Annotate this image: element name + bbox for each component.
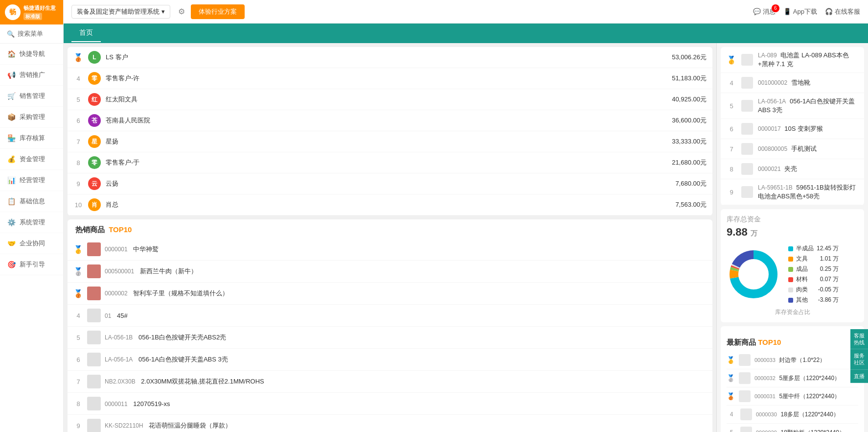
product-code: LA-056-1A bbox=[105, 356, 133, 363]
customer-row[interactable]: 4 零 零售客户-许 51,183.00元 bbox=[68, 68, 712, 89]
hot-product-row[interactable]: 7 NB2.0X30B 2.0X30MM双搓花轴,搓花直径2.1MM/ROHS bbox=[68, 371, 712, 393]
newest-product-row[interactable]: 🥇 0000033 封边带（1.0*22） bbox=[727, 351, 858, 369]
product-thumbnail bbox=[741, 163, 753, 175]
hot-product-row[interactable]: 4 01 45# bbox=[68, 305, 712, 327]
legend-color-dot bbox=[788, 288, 793, 292]
service-community-btn[interactable]: 服务社区 bbox=[850, 349, 868, 370]
product-code: 0000030 bbox=[756, 411, 777, 417]
right-top-product-row[interactable]: 9 LA-59651-1B 59651-1B旋转投影灯电池盒ABS黑色+58壳 bbox=[721, 179, 864, 205]
inventory-title: 库存总资金 bbox=[727, 215, 858, 224]
product-code: 0000032 bbox=[754, 375, 776, 381]
sidebar-item-guide[interactable]: 🎯新手引导 bbox=[0, 254, 63, 275]
online-service-label: 在线客服 bbox=[835, 7, 860, 16]
search-menu[interactable]: 🔍 搜索菜单 bbox=[0, 24, 63, 44]
right-top-product-row[interactable]: 7 000800005 手机测试 bbox=[721, 139, 864, 159]
product-thumbnail bbox=[87, 287, 101, 300]
settings-icon[interactable]: ⚙ bbox=[178, 7, 185, 16]
newest-product-row[interactable]: 5 0000029 18颗粒板（1220*2440） bbox=[727, 424, 858, 432]
base-info-icon: 📋 bbox=[7, 197, 16, 206]
middle-column: 🥇 LA-089 电池盖 LA-089 ABS本色+黑种 7.1 克 4 001… bbox=[716, 43, 868, 432]
product-name: 夹壳 bbox=[784, 165, 797, 172]
hot-product-row[interactable]: 🥇 0000001 中华神鹫 bbox=[68, 239, 712, 261]
hot-product-row[interactable]: 9 KK-SD22110H 花语萌恒温分腿睡袋（厚款） bbox=[68, 415, 712, 432]
customer-row[interactable]: 🥉 L LS 客户 53,006.26元 bbox=[68, 47, 712, 68]
newest-product-row[interactable]: 🥉 0000031 5厘中纤（1220*2440） bbox=[727, 387, 858, 406]
message-icon: 💬 bbox=[753, 8, 761, 15]
rank-number: 9 bbox=[73, 422, 83, 430]
right-top-product-row[interactable]: 6 0000017 10S 变刺罗猴 bbox=[721, 119, 864, 139]
hot-product-row[interactable]: 8 0000011 12070519-xs bbox=[68, 393, 712, 415]
product-thumbnail bbox=[87, 419, 101, 432]
sidebar-item-label: 新手引导 bbox=[20, 260, 45, 269]
legend-color-dot bbox=[788, 246, 793, 251]
trial-button[interactable]: 体验行业方案 bbox=[191, 4, 245, 19]
headset-icon: 🎧 bbox=[825, 8, 833, 15]
legend-label: 肉类 bbox=[796, 286, 815, 294]
hot-products-top-label: TOP10 bbox=[107, 225, 132, 234]
product-name: 新西兰牛肉（新牛） bbox=[140, 267, 197, 275]
topbar-right: 💬 消息 6 📱 App下载 🎧 在线客服 bbox=[753, 7, 860, 16]
float-service: 客服热线 服务社区 直播 bbox=[850, 329, 868, 383]
customer-service-btn[interactable]: 客服热线 bbox=[850, 329, 868, 350]
customer-row[interactable]: 10 肖 肖总 7,563.00元 bbox=[68, 194, 712, 216]
live-btn[interactable]: 直播 bbox=[850, 370, 868, 383]
right-top-product-row[interactable]: 4 001000002 雪地靴 bbox=[721, 73, 864, 93]
sidebar-item-finance[interactable]: 💰资金管理 bbox=[0, 149, 63, 170]
medal-icon: 🥇 bbox=[73, 245, 83, 254]
right-top-product-row[interactable]: 🥇 LA-089 电池盖 LA-089 ABS本色+黑种 7.1 克 bbox=[721, 47, 864, 73]
app-download-button[interactable]: 📱 App下载 bbox=[783, 7, 817, 16]
product-code: KK-SD22110H bbox=[105, 422, 143, 429]
right-top-product-row[interactable]: 5 LA-056-1A 056-1A白色按键开关盖ABS 3壳 bbox=[721, 93, 864, 119]
newest-product-row[interactable]: 🥈 0000032 5厘多层（1220*2440） bbox=[727, 369, 858, 387]
customer-row[interactable]: 9 云 云扬 7,680.00元 bbox=[68, 173, 712, 194]
hot-product-row[interactable]: 🥈 000500001 新西兰牛肉（新牛） bbox=[68, 261, 712, 283]
product-thumbnail bbox=[741, 123, 753, 135]
sidebar-item-purchase[interactable]: 📦采购管理 bbox=[0, 107, 63, 128]
medal-icon: 🥉 bbox=[727, 392, 735, 400]
message-button[interactable]: 💬 消息 6 bbox=[753, 7, 776, 16]
product-info: 0000031 5厘中纤（1220*2440） bbox=[754, 392, 858, 401]
product-info: LA-056-1A 056-1A白色按键开关盖ABS 3壳 bbox=[105, 355, 707, 364]
sidebar-item-label: 资金管理 bbox=[20, 155, 45, 164]
hot-product-row[interactable]: 🥉 0000002 智利车子里（规格不知道填什么） bbox=[68, 283, 712, 305]
rank-number: 8 bbox=[73, 159, 83, 167]
customer-row[interactable]: 5 红 红太阳文具 40,925.00元 bbox=[68, 89, 712, 110]
product-code: LA-056-1B bbox=[105, 334, 133, 341]
customer-amount: 7,563.00元 bbox=[675, 200, 707, 209]
sidebar-item-inventory[interactable]: 🏪库存核算 bbox=[0, 128, 63, 149]
sidebar-item-base-info[interactable]: 📋基础信息 bbox=[0, 191, 63, 212]
product-info: 0000029 18颗粒板（1220*2440） bbox=[756, 429, 858, 432]
online-service-button[interactable]: 🎧 在线客服 bbox=[825, 7, 860, 16]
sidebar-item-system[interactable]: ⚙️系统管理 bbox=[0, 212, 63, 233]
product-thumbnail bbox=[739, 354, 751, 366]
main-area: 装备及固定资产辅助管理系统 ▾ ⚙ 体验行业方案 💬 消息 6 📱 App下载 … bbox=[64, 0, 868, 432]
newest-top-label: TOP10 bbox=[756, 338, 781, 346]
sidebar-item-quick-nav[interactable]: 🏠快捷导航 bbox=[0, 44, 63, 65]
legend-color-dot bbox=[788, 298, 793, 303]
customer-row[interactable]: 6 苍 苍南县人民医院 36,600.00元 bbox=[68, 110, 712, 131]
topbar: 装备及固定资产辅助管理系统 ▾ ⚙ 体验行业方案 💬 消息 6 📱 App下载 … bbox=[64, 0, 868, 24]
sidebar-item-marketing[interactable]: 📢营销推广 bbox=[0, 65, 63, 86]
customer-name: 肖总 bbox=[106, 200, 670, 209]
newest-product-row[interactable]: 4 0000030 18多层（1220*2440） bbox=[727, 406, 858, 424]
product-info: 000800005 手机测试 bbox=[758, 144, 858, 153]
product-info: 0000017 10S 变刺罗猴 bbox=[758, 124, 858, 133]
rank-number: 7 bbox=[73, 138, 83, 145]
right-top-product-row[interactable]: 8 0000021 夹壳 bbox=[721, 159, 864, 179]
hot-product-row[interactable]: 6 LA-056-1A 056-1A白色按键开关盖ABS 3壳 bbox=[68, 349, 712, 371]
customer-amount: 33,333.00元 bbox=[672, 137, 707, 146]
sidebar-item-cooperation[interactable]: 🤝企业协同 bbox=[0, 233, 63, 254]
customer-list: 🥉 L LS 客户 53,006.26元 4 零 零售客户-许 51,183.0… bbox=[68, 47, 712, 216]
hot-product-row[interactable]: 5 LA-056-1B 056-1B白色按键开关壳ABS2壳 bbox=[68, 327, 712, 349]
product-name: 5厘中纤（1220*2440） bbox=[779, 393, 840, 400]
system-selector[interactable]: 装备及固定资产辅助管理系统 ▾ bbox=[71, 5, 170, 19]
home-tab[interactable]: 首页 bbox=[71, 24, 101, 42]
inventory-icon: 🏪 bbox=[7, 134, 16, 143]
quick-nav-icon: 🏠 bbox=[7, 49, 16, 58]
customer-row[interactable]: 7 星 星扬 33,333.00元 bbox=[68, 131, 712, 152]
inventory-unit: 万 bbox=[751, 229, 757, 237]
product-thumbnail bbox=[87, 375, 101, 388]
sidebar-item-operations[interactable]: 📊经营管理 bbox=[0, 170, 63, 191]
sidebar-item-sales[interactable]: 🛒销售管理 bbox=[0, 86, 63, 107]
customer-row[interactable]: 8 零 零售客户-于 21,680.00元 bbox=[68, 152, 712, 173]
